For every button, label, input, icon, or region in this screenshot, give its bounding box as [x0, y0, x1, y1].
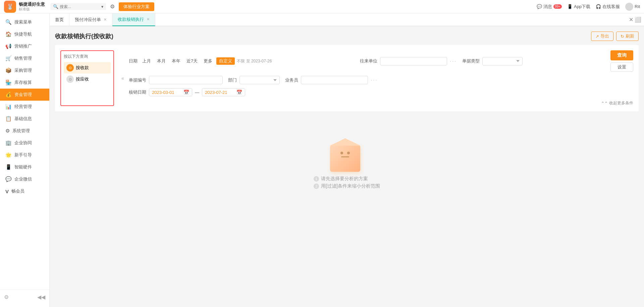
settings-btn[interactable]: 设置 [610, 62, 633, 72]
search-menu-icon: 🔍 [5, 19, 12, 25]
sidebar-item-search[interactable]: 🔍 搜索菜单 [0, 16, 49, 28]
calendar-from-icon: 📅 [183, 90, 189, 95]
empty-illustration [320, 132, 374, 172]
verify-date-field: 核销日期 📅 — 📅 [129, 88, 245, 96]
step2-num: 2 [314, 184, 319, 189]
date-7days-btn[interactable]: 近7天 [184, 57, 200, 65]
search-box[interactable]: 🔍 ▾ [50, 3, 106, 10]
verify-date-from-input[interactable] [152, 90, 182, 95]
verify-date-to-wrap[interactable]: 📅 [202, 88, 245, 96]
sidebar-item-inventory[interactable]: 🏪 库存核算 [0, 76, 49, 89]
tab-collection-close[interactable]: ✕ [147, 17, 150, 21]
messages-btn[interactable]: 💬 消息 99+ [537, 4, 562, 10]
date-last-month-btn[interactable]: 上月 [140, 57, 153, 65]
date-this-year-btn[interactable]: 本年 [170, 57, 182, 65]
inventory-icon: 🏪 [5, 80, 12, 86]
sidebar-item-operations[interactable]: 📊 经营管理 [0, 101, 49, 113]
empty-face [330, 152, 360, 154]
sidebar-item-guide[interactable]: 🌟 新手引导 [0, 149, 49, 161]
collapse-row: ⌃⌃ 收起更多条件 [129, 100, 633, 106]
dept-field: 部门 [228, 76, 280, 84]
filter-form: 日期 上月 本月 本年 近7天 更多 自定义 不限 至 2023-07-26 [129, 50, 633, 106]
face-dot-right [347, 152, 350, 154]
verify-date-range: 📅 — 📅 [149, 88, 245, 96]
refresh-btn[interactable]: ↻ 刷新 [616, 32, 639, 41]
counterpart-input[interactable] [380, 57, 447, 65]
enterprise-icon: 🏢 [5, 140, 12, 146]
filter-by-receivable[interactable]: ⊙ 按应收 [64, 73, 111, 85]
receipt-icon: ⊙ [66, 64, 74, 71]
calendar-to-icon: 📅 [236, 90, 242, 95]
sidebar-item-hardware[interactable]: 📱 智能硬件 [0, 161, 49, 173]
sidebar-bottom: ⚙ ◀◀ [0, 290, 49, 304]
counterpart-dots[interactable]: ··· [450, 58, 457, 65]
search-input[interactable] [60, 4, 100, 9]
verify-date-to-input[interactable] [205, 90, 235, 95]
staff-input[interactable] [301, 76, 368, 84]
top-bar: 🐰 畅捷通好生意 标准版 🔍 ▾ ⚙ 体验行业方案 💬 消息 99+ 📱 App… [0, 0, 644, 13]
headset-icon: 🎧 [596, 4, 601, 9]
industry-btn[interactable]: 体验行业方案 [119, 2, 154, 11]
tab-close-btn[interactable]: ✕ [629, 16, 633, 23]
user-info[interactable]: Rit [625, 3, 640, 11]
sidebar-item-marketing[interactable]: 📢 营销推广 [0, 40, 49, 52]
brand-name: 畅捷通好生意 [19, 2, 45, 7]
date-field: 日期 上月 本月 本年 近7天 更多 自定义 不限 至 2023-07-26 [129, 57, 272, 65]
customer-service-btn[interactable]: 🎧 在线客服 [596, 4, 620, 10]
empty-step-1: 1 请先选择要分析的方案 [314, 176, 380, 182]
sidebar-item-wechat[interactable]: 💬 企业微信 [0, 173, 49, 185]
date-group: 上月 本月 本年 近7天 更多 自定义 不限 至 2023-07-26 [140, 57, 272, 65]
sidebar-item-quick-nav[interactable]: 🏠 快捷导航 [0, 28, 49, 40]
export-btn[interactable]: ↗ 导出 [591, 32, 613, 41]
date-this-month-btn[interactable]: 本月 [155, 57, 168, 65]
empty-box-body [330, 145, 360, 172]
filter-collapse-panel-btn[interactable]: « [119, 50, 126, 106]
settings-bottom-btn[interactable]: ⚙ [3, 293, 10, 302]
tab-prepay-close[interactable]: ✕ [104, 17, 107, 22]
member-icon: V [5, 189, 9, 194]
sidebar-item-purchase[interactable]: 📦 采购管理 [0, 64, 49, 76]
search-chevron-btn[interactable]: ▾ [101, 4, 103, 9]
brand-info: 畅捷通好生意 标准版 [19, 2, 45, 11]
empty-texts: 1 请先选择要分析的方案 2 用[过滤]条件来缩小分析范围 [314, 176, 380, 191]
doc-no-label: 单据编号 [129, 77, 146, 83]
collapse-more-btn[interactable]: ⌃⌃ 收起更多条件 [601, 100, 633, 106]
verify-date-label: 核销日期 [129, 89, 146, 95]
face-mouth [341, 156, 349, 157]
tab-prepay[interactable]: 预付冲应付单 ✕ [69, 13, 112, 26]
app-download-btn[interactable]: 📱 App下载 [567, 4, 590, 10]
filter-by-receipt[interactable]: ⊙ 按收款 [64, 62, 111, 73]
purchase-icon: 📦 [5, 67, 12, 73]
doc-type-select[interactable] [482, 57, 523, 65]
staff-field: 业务员 ··· [285, 76, 378, 84]
page-title: 收款核销执行(按收款) [55, 32, 113, 40]
counterpart-field: 往来单位 ··· [360, 57, 457, 65]
sidebar-item-member[interactable]: V 畅会员 [0, 185, 49, 197]
sidebar-item-enterprise[interactable]: 🏢 企业协同 [0, 137, 49, 149]
sidebar-item-sales[interactable]: 🛒 销售管理 [0, 52, 49, 64]
sidebar-item-finance[interactable]: 💰 资金管理 [0, 89, 49, 101]
header-actions: ↗ 导出 ↻ 刷新 [591, 32, 639, 41]
date-custom-btn[interactable]: 自定义 [216, 57, 235, 65]
filter-area: 按以下方查询 ⊙ 按收款 ⊙ 按应收 « [55, 45, 639, 111]
filter-row-3: 核销日期 📅 — 📅 [129, 88, 633, 96]
refresh-icon: ↻ [621, 34, 624, 39]
doc-no-input[interactable] [149, 76, 223, 84]
filter-panel-title: 按以下方查询 [64, 54, 111, 59]
empty-step-2: 2 用[过滤]条件来缩小分析范围 [314, 183, 380, 189]
filter-actions: 查询 设置 [610, 50, 633, 72]
tab-home[interactable]: 首页 [50, 13, 69, 26]
dept-select[interactable] [239, 76, 280, 84]
staff-dots[interactable]: ··· [371, 76, 378, 84]
sales-icon: 🛒 [5, 55, 12, 61]
tab-maximize-btn[interactable]: ⬜ [635, 16, 641, 23]
query-btn[interactable]: 查询 [610, 50, 633, 60]
collapse-sidebar-btn[interactable]: ◀◀ [36, 293, 47, 302]
tab-collection[interactable]: 收款核销执行 ✕ [112, 13, 155, 26]
sidebar-item-system[interactable]: ⚙ 系统管理 [0, 125, 49, 137]
sidebar-item-basic-info[interactable]: 📋 基础信息 [0, 113, 49, 125]
verify-date-from-wrap[interactable]: 📅 [149, 88, 192, 96]
gear-btn[interactable]: ⚙ [110, 3, 115, 10]
date-more-btn[interactable]: 更多 [202, 57, 214, 65]
empty-box-flap [330, 138, 360, 146]
